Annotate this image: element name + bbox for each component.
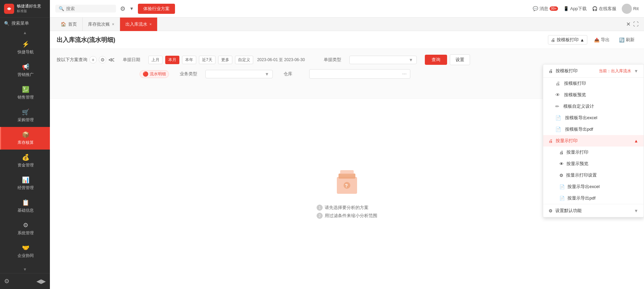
item-label: 按显示打印 — [566, 149, 588, 155]
user-avatar[interactable]: Rit — [622, 4, 639, 14]
doc-type-filter-label: 单据类型 — [324, 57, 344, 63]
filter-add-button[interactable]: + — [89, 56, 97, 63]
page-content: 出入库流水(流水明细) 🖨 按模板打印 ▲ 📤 导出 🔄 刷新 — [50, 31, 644, 289]
template-print-button[interactable]: 🖨 按模板打印 ▲ — [548, 35, 587, 45]
home-icon: 🏠 — [61, 22, 66, 27]
collapse-icon[interactable]: ◀▶ — [36, 278, 46, 285]
export-label: 导出 — [601, 37, 610, 43]
filter-collapse-icon[interactable]: ≪ — [108, 56, 115, 63]
date-filter-label: 单据日期 — [123, 57, 143, 63]
sidebar-item-label: 经营管理 — [18, 185, 34, 191]
dropdown-item-template-customize[interactable]: ✏ 模板自定义设计 — [543, 101, 644, 112]
warehouse-select[interactable]: ··· — [309, 69, 410, 79]
date-btn-7days[interactable]: 近7天 — [199, 56, 215, 64]
item-label: 按模板打印 — [564, 80, 586, 86]
sidebar-nav: ⚡ 快捷导航 📢 营销推广 💹 销售管理 🛒 采购管理 📦 库存核算 💰 资金管… — [0, 36, 50, 266]
tab-flow-close-icon[interactable]: × — [149, 22, 152, 27]
system-icon: ⚙ — [23, 221, 28, 229]
chevron-up-icon: ▲ — [580, 37, 584, 43]
sidebar-item-guide[interactable]: 🎯 新手引导 — [0, 263, 50, 266]
trial-button[interactable]: 体验行业方案 — [138, 4, 175, 14]
empty-tips: 1 请先选择要分析的方案 2 用过滤条件来缩小分析范围 — [317, 205, 377, 221]
dropdown-item-display-print[interactable]: 🖨 按显示打印 — [543, 147, 644, 158]
dropdown-item-display-settings[interactable]: ⚙ 按显示打印设置 — [543, 169, 644, 181]
dropdown-item-display-preview[interactable]: 👁 按显示预览 — [543, 158, 644, 169]
sidebar-item-finance[interactable]: 💰 资金管理 — [0, 150, 50, 172]
filter-settings-button[interactable]: ⚙ — [99, 56, 106, 63]
tip-text-1: 请先选择要分析的方案 — [325, 205, 369, 211]
dropdown-item-display-excel[interactable]: 📄 按显示导出excel — [543, 181, 644, 192]
dropdown-item-display-pdf[interactable]: 📄 按显示导出pdf — [543, 192, 644, 204]
item-label: 按显示导出pdf — [567, 195, 595, 201]
filter-tag-label: 流水明细 — [150, 71, 166, 77]
dropdown-item-template-preview[interactable]: 👁 按模板预览 — [543, 89, 644, 101]
doc-type-select[interactable]: ▼ — [349, 56, 417, 64]
window-expand-icon[interactable]: ⛶ — [633, 21, 639, 27]
chevron-down-icon: ▼ — [634, 69, 638, 74]
tab-home[interactable]: 🏠 首页 — [55, 18, 83, 31]
enterprise-icon: 🤝 — [22, 244, 29, 252]
tab-batch[interactable]: 库存批次账 × — [83, 18, 120, 31]
dropdown-item-template-pdf[interactable]: 📄 按模板导出pdf — [543, 124, 644, 135]
dropdown-arrow-icon[interactable]: ▼ — [129, 6, 134, 11]
app-version: 标准版 — [17, 9, 41, 14]
gear-icon[interactable]: ⚙ — [120, 5, 125, 12]
shortcut-icon: ⚡ — [22, 41, 29, 48]
sidebar-item-sales[interactable]: 💹 销售管理 — [0, 82, 50, 104]
search-menu[interactable]: 🔍 搜索菜单 — [0, 18, 50, 29]
biz-type-select[interactable]: ▼ — [205, 70, 273, 78]
finance-icon: 💰 — [22, 154, 29, 161]
search-icon: 🔍 — [4, 21, 9, 26]
settings-button[interactable]: 设置 — [450, 54, 470, 65]
query-button[interactable]: 查询 — [425, 55, 447, 65]
sidebar-item-label: 企业协同 — [18, 253, 34, 259]
sidebar-item-system[interactable]: ⚙ 系统管理 — [0, 217, 50, 240]
topbar: 🔍 ⚙ ▼ 体验行业方案 💬 消息 99+ 📱 App下载 🎧 在线客服 Rit — [50, 0, 644, 18]
topbar-search-box[interactable]: 🔍 — [55, 5, 116, 12]
date-btn-this-month[interactable]: 本月 — [165, 56, 179, 64]
dropdown-display-section-header[interactable]: 🖨 按显示打印 ▲ — [543, 135, 644, 147]
export-button[interactable]: 📤 导出 — [591, 35, 612, 44]
scroll-down-icon[interactable]: ▼ — [23, 267, 27, 272]
tab-batch-label: 库存批次账 — [88, 21, 110, 27]
inventory-icon: 📦 — [22, 131, 29, 138]
message-action[interactable]: 💬 消息 99+ — [533, 6, 558, 12]
app-download-action[interactable]: 📱 App下载 — [563, 6, 587, 12]
sales-icon: 💹 — [22, 86, 29, 93]
item-label: 按显示打印设置 — [566, 172, 597, 178]
date-btn-last-month[interactable]: 上月 — [148, 56, 163, 64]
tab-flow-label: 出入库流水 — [125, 21, 147, 27]
edit-icon: ✏ — [555, 104, 559, 109]
main-area: 🔍 ⚙ ▼ 体验行业方案 💬 消息 99+ 📱 App下载 🎧 在线客服 Rit — [50, 0, 644, 289]
date-btn-this-year[interactable]: 本年 — [182, 56, 196, 64]
dropdown-footer[interactable]: ⚙ 设置默认功能 ▼ — [543, 204, 644, 217]
filter-tag-streamdetail[interactable]: 🔴 流水明细 — [140, 70, 169, 78]
date-btn-more[interactable]: 更多 — [218, 56, 232, 64]
sidebar-item-basic[interactable]: 📋 基础信息 — [0, 195, 50, 217]
tab-batch-close-icon[interactable]: × — [112, 22, 114, 27]
online-service-action[interactable]: 🎧 在线客服 — [592, 6, 616, 12]
sidebar-item-shortcut[interactable]: ⚡ 快捷导航 — [0, 36, 50, 59]
scroll-up-icon[interactable]: ▲ — [23, 30, 27, 35]
window-close-icon[interactable]: ✕ — [626, 21, 631, 27]
tab-home-label: 首页 — [68, 21, 77, 27]
tab-flow[interactable]: 出入库流水 × — [120, 18, 157, 31]
dropdown-title: 按模板打印 — [556, 68, 578, 74]
refresh-button[interactable]: 🔄 刷新 — [616, 35, 637, 44]
sidebar-item-operations[interactable]: 📊 经营管理 — [0, 172, 50, 195]
operations-icon: 📊 — [22, 176, 29, 184]
message-label: 消息 — [539, 6, 548, 12]
date-btn-custom[interactable]: 自定义 — [235, 56, 253, 64]
dropdown-item-template-excel[interactable]: 📄 按模板导出excel — [543, 112, 644, 124]
sidebar-item-purchase[interactable]: 🛒 采购管理 — [0, 104, 50, 127]
dropdown-item-template-print[interactable]: 🖨 按模板打印 — [543, 78, 644, 89]
search-input[interactable] — [66, 6, 113, 11]
sidebar-item-label: 基础信息 — [18, 208, 34, 213]
sidebar-item-marketing[interactable]: 📢 营销推广 — [0, 59, 50, 82]
refresh-label: 刷新 — [626, 37, 635, 43]
settings-icon[interactable]: ⚙ — [4, 278, 9, 285]
sidebar-item-enterprise[interactable]: 🤝 企业协同 — [0, 240, 50, 263]
page-header: 出入库流水(流水明细) 🖨 按模板打印 ▲ 📤 导出 🔄 刷新 — [50, 31, 644, 49]
sidebar-item-inventory[interactable]: 📦 库存核算 — [0, 127, 50, 150]
tip-text-2: 用过滤条件来缩小分析范围 — [325, 213, 377, 219]
